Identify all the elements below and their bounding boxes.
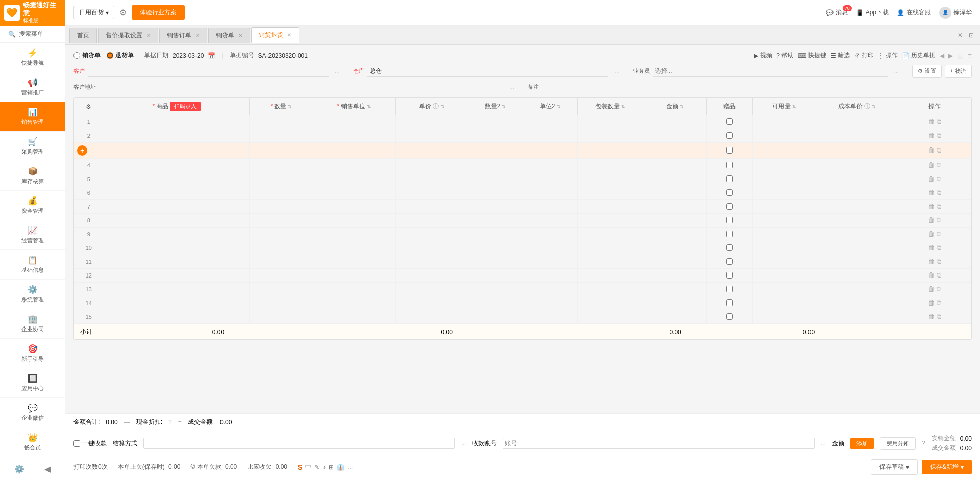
unit2-cell[interactable]: [523, 228, 577, 241]
save-draft-btn[interactable]: 保存草稿 ▾: [871, 459, 918, 475]
copy-icon[interactable]: ⧉: [937, 118, 941, 126]
cost-price-cell[interactable]: [816, 143, 898, 159]
amount-cell[interactable]: [643, 200, 707, 214]
copy-icon[interactable]: ⧉: [937, 258, 941, 266]
next-record-icon[interactable]: ▶: [948, 52, 953, 59]
calendar-icon[interactable]: 📅: [208, 52, 215, 59]
copy-icon[interactable]: ⧉: [937, 244, 941, 252]
salesperson-input[interactable]: [653, 66, 888, 77]
unit-price-cell[interactable]: [395, 255, 468, 269]
radio-sale-input[interactable]: [74, 52, 80, 59]
radio-return-input[interactable]: [107, 52, 113, 59]
qty2-cell[interactable]: [468, 143, 523, 159]
add-row-btn[interactable]: +: [77, 145, 87, 156]
product-cell[interactable]: [104, 269, 250, 283]
cost-price-cell[interactable]: [816, 255, 898, 269]
unit-price-cell[interactable]: [395, 115, 468, 129]
operate-action[interactable]: ⋮ 操作: [878, 51, 898, 60]
quantity-cell[interactable]: [250, 115, 313, 129]
sidebar-item-system[interactable]: ⚙️ 系统管理: [0, 280, 65, 309]
available-cell[interactable]: [752, 296, 816, 310]
sidebar-item-basic[interactable]: 📋 基础信息: [0, 250, 65, 280]
collapse-icon[interactable]: ◀: [44, 464, 51, 474]
available-cell[interactable]: [752, 143, 816, 159]
salesperson-dots[interactable]: ...: [891, 67, 902, 76]
sales-unit-cell[interactable]: [313, 269, 396, 283]
cost-price-cell[interactable]: [816, 159, 898, 172]
trial-btn[interactable]: 体验行业方案: [132, 5, 185, 20]
delete-icon[interactable]: 🗑: [928, 230, 935, 238]
amount-cell[interactable]: [643, 172, 707, 186]
qty2-cell[interactable]: [468, 296, 523, 310]
cost-price-cell[interactable]: [816, 283, 898, 296]
quantity-cell[interactable]: [250, 129, 313, 143]
calc-dots[interactable]: ...: [461, 440, 466, 447]
amount-cell[interactable]: [643, 214, 707, 228]
online-service-button[interactable]: 👤 在线客服: [897, 8, 931, 17]
product-cell[interactable]: [104, 143, 250, 159]
tab-sales-order[interactable]: 销售订单 ✕: [159, 28, 207, 43]
sidebar-item-shortcut[interactable]: ⚡ 快捷导航: [0, 43, 65, 72]
qty2-cell[interactable]: [468, 310, 523, 324]
tab-close-icon[interactable]: ✕: [238, 33, 242, 38]
sales-unit-cell[interactable]: [313, 129, 396, 143]
sidebar-item-operations[interactable]: 📈 经营管理: [0, 220, 65, 250]
available-cell[interactable]: [752, 241, 816, 255]
product-cell[interactable]: [104, 172, 250, 186]
available-cell[interactable]: [752, 129, 816, 143]
available-cell[interactable]: [752, 255, 816, 269]
gift-checkbox[interactable]: [726, 147, 733, 154]
gift-checkbox[interactable]: [726, 258, 733, 265]
copy-icon[interactable]: ⧉: [937, 216, 941, 224]
quantity-cell[interactable]: [250, 143, 313, 159]
amount-cell[interactable]: [643, 129, 707, 143]
pkg-qty-cell[interactable]: [577, 283, 643, 296]
unit2-cell[interactable]: [523, 129, 577, 143]
gift-checkbox[interactable]: [726, 286, 733, 292]
gift-checkbox[interactable]: [726, 217, 733, 223]
cost-price-cell[interactable]: [816, 115, 898, 129]
split-btn[interactable]: 费用分摊: [880, 437, 916, 450]
unit-price-cell[interactable]: [395, 296, 468, 310]
sales-unit-cell[interactable]: [313, 143, 396, 159]
sales-unit-cell[interactable]: [313, 310, 396, 324]
settings-btn[interactable]: ⚙ 设置: [912, 65, 941, 78]
sidebar-item-sales[interactable]: 📊 销售管理: [0, 102, 65, 132]
qty2-cell[interactable]: [468, 255, 523, 269]
quantity-cell[interactable]: [250, 241, 313, 255]
sort-icon[interactable]: ⇅: [792, 104, 796, 109]
col-settings-icon[interactable]: ⚙: [86, 103, 91, 110]
close-tab-icon[interactable]: ✕: [955, 30, 965, 41]
gift-cell[interactable]: [707, 172, 752, 186]
cost-price-cell[interactable]: [816, 310, 898, 324]
product-cell[interactable]: [104, 186, 250, 200]
amount-cell[interactable]: [643, 296, 707, 310]
pkg-qty-cell[interactable]: [577, 159, 643, 172]
amount-cell[interactable]: [643, 143, 707, 159]
gift-checkbox[interactable]: [726, 162, 733, 168]
product-cell[interactable]: [104, 200, 250, 214]
delete-icon[interactable]: 🗑: [928, 258, 935, 266]
delete-icon[interactable]: 🗑: [928, 189, 935, 197]
sidebar-item-finance[interactable]: 💰 资金管理: [0, 191, 65, 220]
sales-unit-cell[interactable]: [313, 186, 396, 200]
gift-checkbox[interactable]: [726, 299, 733, 306]
sort-icon[interactable]: ⇅: [440, 104, 445, 109]
gift-cell[interactable]: [707, 159, 752, 172]
address-input[interactable]: [99, 82, 503, 92]
unit-price-cell[interactable]: [395, 228, 468, 241]
gift-checkbox[interactable]: [726, 203, 733, 210]
product-cell[interactable]: [104, 296, 250, 310]
account-input[interactable]: [503, 438, 814, 449]
cost-price-cell[interactable]: [816, 269, 898, 283]
cost-price-cell[interactable]: [816, 186, 898, 200]
pkg-qty-cell[interactable]: [577, 241, 643, 255]
video-action[interactable]: ▶ 视频: [754, 51, 772, 60]
sort-icon[interactable]: ⇅: [872, 104, 876, 109]
product-cell[interactable]: [104, 283, 250, 296]
pkg-qty-cell[interactable]: [577, 296, 643, 310]
cost-price-cell[interactable]: [816, 172, 898, 186]
tab-sales-delivery[interactable]: 销货单 ✕: [208, 28, 250, 43]
unit-price-cell[interactable]: [395, 283, 468, 296]
qty2-cell[interactable]: [468, 228, 523, 241]
